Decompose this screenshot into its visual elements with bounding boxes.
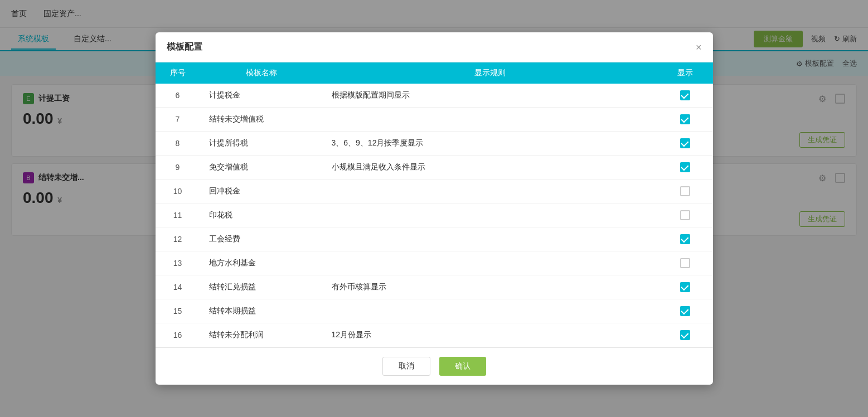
checkbox-7[interactable] <box>680 114 690 124</box>
checkbox-13[interactable] <box>680 258 690 268</box>
checkbox-9[interactable] <box>680 162 690 172</box>
cell-check-8[interactable] <box>657 275 713 299</box>
table-body: 6计提税金根据模版配置期间显示7结转未交增值税8计提所得税3、6、9、12月按季… <box>156 84 713 347</box>
table-row: 15结转本期损益 <box>156 299 713 323</box>
table-row: 13地方水利基金 <box>156 251 713 275</box>
checkbox-12[interactable] <box>680 234 690 244</box>
modal-overlay: 模板配置 × 序号 模板名称 显示规则 显示 6计提税金根据模版配置期间显示7结… <box>0 0 868 417</box>
cell-rule-9 <box>323 299 657 323</box>
table-row: 8计提所得税3、6、9、12月按季度显示 <box>156 132 713 156</box>
cell-check-4[interactable] <box>657 180 713 203</box>
table-row: 12工会经费 <box>156 227 713 251</box>
table-row: 7结转未交增值税 <box>156 108 713 132</box>
cell-rule-10: 12月份显示 <box>323 323 657 347</box>
cell-check-6[interactable] <box>657 227 713 251</box>
cell-rule-4 <box>323 180 657 203</box>
cell-check-0[interactable] <box>657 84 713 108</box>
table-row: 10回冲税金 <box>156 180 713 203</box>
cell-check-5[interactable] <box>657 203 713 227</box>
table-row: 11印花税 <box>156 203 713 227</box>
cell-check-1[interactable] <box>657 108 713 132</box>
cell-rule-5 <box>323 203 657 227</box>
cell-index-1: 7 <box>156 108 200 132</box>
col-header-rule: 显示规则 <box>323 62 657 84</box>
cell-rule-8: 有外币核算显示 <box>323 275 657 299</box>
cell-rule-1 <box>323 108 657 132</box>
table-row: 16结转未分配利润12月份显示 <box>156 323 713 347</box>
cell-rule-0: 根据模版配置期间显示 <box>323 84 657 108</box>
table-row: 14结转汇兑损益有外币核算显示 <box>156 275 713 299</box>
table-row: 9免交增值税小规模且满足收入条件显示 <box>156 156 713 180</box>
cell-check-10[interactable] <box>657 323 713 347</box>
cell-name-5: 印花税 <box>200 203 323 227</box>
cell-index-5: 11 <box>156 203 200 227</box>
cell-name-9: 结转本期损益 <box>200 299 323 323</box>
col-header-display: 显示 <box>657 62 713 84</box>
cell-name-8: 结转汇兑损益 <box>200 275 323 299</box>
cell-name-4: 回冲税金 <box>200 180 323 203</box>
cell-check-7[interactable] <box>657 251 713 275</box>
cell-name-3: 免交增值税 <box>200 156 323 180</box>
dialog-footer: 取消 确认 <box>156 347 713 385</box>
cell-rule-2: 3、6、9、12月按季度显示 <box>323 132 657 156</box>
table-row: 6计提税金根据模版配置期间显示 <box>156 84 713 108</box>
cancel-button[interactable]: 取消 <box>382 357 430 376</box>
checkbox-11[interactable] <box>680 210 690 220</box>
col-header-name: 模板名称 <box>200 62 323 84</box>
template-config-dialog: 模板配置 × 序号 模板名称 显示规则 显示 6计提税金根据模版配置期间显示7结… <box>156 32 713 385</box>
checkbox-10[interactable] <box>680 186 690 196</box>
checkbox-6[interactable] <box>680 90 690 100</box>
cell-index-10: 16 <box>156 323 200 347</box>
cell-rule-6 <box>323 227 657 251</box>
checkbox-16[interactable] <box>680 330 690 340</box>
cell-index-9: 15 <box>156 299 200 323</box>
dialog-header: 模板配置 × <box>156 32 713 62</box>
cell-index-7: 13 <box>156 251 200 275</box>
cell-check-2[interactable] <box>657 132 713 156</box>
cell-rule-7 <box>323 251 657 275</box>
confirm-button[interactable]: 确认 <box>439 357 486 376</box>
cell-name-10: 结转未分配利润 <box>200 323 323 347</box>
cell-index-3: 9 <box>156 156 200 180</box>
table-header-row: 序号 模板名称 显示规则 显示 <box>156 62 713 84</box>
cell-check-9[interactable] <box>657 299 713 323</box>
cell-name-0: 计提税金 <box>200 84 323 108</box>
dialog-close-button[interactable]: × <box>696 42 702 52</box>
checkbox-14[interactable] <box>680 282 690 292</box>
checkbox-8[interactable] <box>680 138 690 148</box>
cell-index-4: 10 <box>156 180 200 203</box>
cell-name-6: 工会经费 <box>200 227 323 251</box>
col-header-index: 序号 <box>156 62 200 84</box>
cell-name-7: 地方水利基金 <box>200 251 323 275</box>
dialog-title: 模板配置 <box>167 41 202 53</box>
cell-name-2: 计提所得税 <box>200 132 323 156</box>
cell-index-8: 14 <box>156 275 200 299</box>
dialog-body: 序号 模板名称 显示规则 显示 6计提税金根据模版配置期间显示7结转未交增值税8… <box>156 62 713 347</box>
cell-index-0: 6 <box>156 84 200 108</box>
config-table: 序号 模板名称 显示规则 显示 6计提税金根据模版配置期间显示7结转未交增值税8… <box>156 62 713 347</box>
cell-rule-3: 小规模且满足收入条件显示 <box>323 156 657 180</box>
cell-check-3[interactable] <box>657 156 713 180</box>
cell-index-6: 12 <box>156 227 200 251</box>
cell-name-1: 结转未交增值税 <box>200 108 323 132</box>
checkbox-15[interactable] <box>680 306 690 316</box>
cell-index-2: 8 <box>156 132 200 156</box>
